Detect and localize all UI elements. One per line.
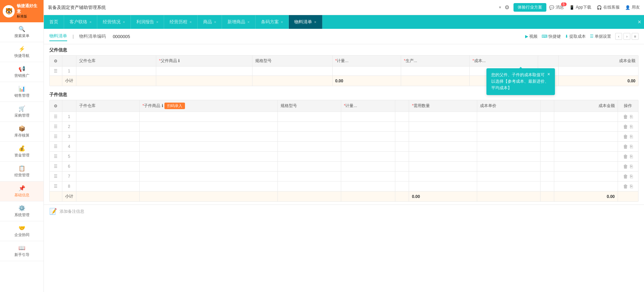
close-tab-goods[interactable]: × <box>214 20 216 24</box>
sidebar-item-basic-info[interactable]: 📌 基础信息 <box>0 182 44 201</box>
main-area: 装备及固定资产辅助管理系统 ▼ ⚙ 体验行业方案 💬 消息 6 📱 App下载 … <box>44 0 644 292</box>
copy-icon-row7[interactable]: ⎘ <box>630 174 633 179</box>
child-row2-warehouse[interactable] <box>76 122 139 132</box>
view-action[interactable]: ▶ 视频 <box>525 34 537 39</box>
child-col-qty: *需用数量 <box>409 100 477 112</box>
system-dropdown-arrow[interactable]: ▼ <box>498 5 502 9</box>
delete-icon-row3[interactable]: 🗑 <box>623 134 628 139</box>
child-row2-unit[interactable] <box>341 122 395 132</box>
gear-icon: ⚙️ <box>18 205 25 211</box>
sidebar-item-finance[interactable]: 💰 资金管理 <box>0 142 44 162</box>
sidebar-item-guide[interactable]: 📖 新手引导 <box>0 241 44 261</box>
tab-operations[interactable]: 经营情况 × <box>97 15 131 29</box>
prev-btn[interactable]: ‹ <box>615 33 622 40</box>
child-row1-warehouse[interactable] <box>76 112 139 122</box>
tab-new-goods[interactable]: 新增商品 × <box>222 15 255 29</box>
tab-history[interactable]: 经营历程 × <box>164 15 197 29</box>
parent-row1-product[interactable] <box>156 67 252 76</box>
online-service-btn[interactable]: 🎧 在线客服 <box>597 4 620 10</box>
copy-icon-row1[interactable]: ⎘ <box>630 114 633 119</box>
close-tab-profit[interactable]: × <box>156 20 158 24</box>
close-tab-operations[interactable]: × <box>123 20 125 24</box>
delete-icon-row7[interactable]: 🗑 <box>623 174 628 179</box>
delete-icon-row6[interactable]: 🗑 <box>623 164 628 169</box>
sidebar-item-inventory[interactable]: 📦 库存核算 <box>0 122 44 142</box>
sidebar-item-marketing[interactable]: 📢 营销推广 <box>0 62 44 82</box>
child-row-7: ☰ 7 🗑⎘ <box>50 172 638 182</box>
sidebar-item-operations[interactable]: 📋 经营管理 <box>0 162 44 182</box>
parent-row1-production[interactable] <box>401 67 469 76</box>
copy-icon-row2[interactable]: ⎘ <box>630 124 633 129</box>
child-row1-product[interactable] <box>139 112 277 122</box>
sub-header-actions: ▶ 视频 ⌨ 快捷键 ⬇ 提取成本 ☰ 单据设置 ‹ › <box>525 33 639 40</box>
sidebar-item-purchase[interactable]: 🛒 采购管理 <box>0 102 44 122</box>
child-row8-actions: 🗑⎘ <box>618 182 638 191</box>
child-row1-spec[interactable] <box>277 112 341 122</box>
delete-icon-row2[interactable]: 🗑 <box>623 124 628 129</box>
experience-btn[interactable]: 体验行业方案 <box>513 3 546 12</box>
delete-icon-row5[interactable]: 🗑 <box>623 154 628 159</box>
keyboard-icon: ⌨ <box>542 34 547 39</box>
child-row-3: ☰ 3 🗑⎘ <box>50 132 638 142</box>
child-col-settings[interactable]: ⚙ <box>50 100 62 112</box>
sidebar-item-sales[interactable]: 📊 销售管理 <box>0 82 44 102</box>
sub-tab-bom-list[interactable]: 物料清单 <box>49 32 67 41</box>
scan-btn[interactable]: 扫码录入 <box>164 103 185 109</box>
close-tab-customer[interactable]: × <box>89 20 91 24</box>
close-tab-bom[interactable]: × <box>314 20 316 24</box>
child-row2-actions: 🗑 ⎘ <box>618 122 638 132</box>
sidebar-item-search[interactable]: 🔍 搜索菜单 <box>0 22 44 42</box>
child-row2-qty[interactable] <box>409 122 477 132</box>
child-row2-unit-cost[interactable] <box>477 122 541 132</box>
tooltip-close-btn[interactable]: × <box>547 72 550 77</box>
child-col-num <box>62 100 76 112</box>
tab-bom[interactable]: 物料清单 × <box>289 15 322 29</box>
single-settings-action[interactable]: ☰ 单据设置 <box>590 34 611 39</box>
app-download-btn[interactable]: 📱 App下载 <box>569 4 591 10</box>
delete-icon-row4[interactable]: 🗑 <box>623 144 628 149</box>
copy-icon-row5[interactable]: ⎘ <box>630 154 633 159</box>
child-table: ⚙ 子件仓库 *子件商品 ℹ 扫码录入 规格型号 *计量... *需用数量 <box>50 100 638 201</box>
child-row1-num: 1 <box>62 112 76 122</box>
sidebar-item-enterprise[interactable]: 🤝 企业协同 <box>0 221 44 241</box>
nav-tabs: 首页 客户联络 × 经营情况 × 利润报告 × 经营历程 × 商品 × 新增商品… <box>44 15 644 29</box>
delete-icon-row8[interactable]: 🗑 <box>623 184 628 189</box>
menu-btn[interactable]: ≡ <box>632 33 639 40</box>
tab-home[interactable]: 首页 <box>44 15 64 29</box>
sidebar-item-quicknav[interactable]: ⚡ 快捷导航 <box>0 42 44 62</box>
user-menu[interactable]: 👤 用友 <box>625 4 640 10</box>
parent-row1-amount <box>559 67 638 76</box>
topbar-right: 💬 消息 6 📱 App下载 🎧 在线客服 👤 用友 <box>549 4 640 10</box>
next-btn[interactable]: › <box>623 33 630 40</box>
tab-customer[interactable]: 客户联络 × <box>64 15 97 29</box>
child-row2-spec[interactable] <box>277 122 341 132</box>
child-row4-actions: 🗑⎘ <box>618 142 638 152</box>
copy-icon-row4[interactable]: ⎘ <box>630 144 633 149</box>
copy-icon-row6[interactable]: ⎘ <box>630 164 633 169</box>
close-all-tabs[interactable]: × <box>635 19 644 26</box>
tab-barcode[interactable]: 条码方案 × <box>256 15 289 29</box>
delete-icon-row1[interactable]: 🗑 <box>623 114 628 119</box>
message-btn[interactable]: 💬 消息 6 <box>549 4 564 10</box>
close-tab-new-goods[interactable]: × <box>247 20 249 24</box>
parent-row1-warehouse[interactable] <box>76 67 156 76</box>
tab-profit[interactable]: 利润报告 × <box>131 15 164 29</box>
copy-icon-row8[interactable]: ⎘ <box>630 184 633 189</box>
tab-goods[interactable]: 商品 × <box>198 15 222 29</box>
extract-cost-action[interactable]: ⬇ 提取成本 <box>565 34 586 39</box>
video-icon: ▶ <box>525 34 528 39</box>
parent-col-settings[interactable]: ⚙ <box>50 56 62 67</box>
child-row1-unit-cost[interactable] <box>477 112 541 122</box>
sidebar-item-system[interactable]: ⚙️ 系统管理 <box>0 201 44 221</box>
child-row1-qty[interactable] <box>409 112 477 122</box>
shortcut-action[interactable]: ⌨ 快捷键 <box>542 34 561 39</box>
child-row1-unit[interactable] <box>341 112 395 122</box>
settings-icon[interactable]: ⚙ <box>505 4 509 11</box>
child-row2-product[interactable] <box>139 122 277 132</box>
parent-row1-spec[interactable] <box>252 67 332 76</box>
close-tab-barcode[interactable]: × <box>281 20 283 24</box>
close-tab-history[interactable]: × <box>189 20 191 24</box>
parent-row1-unit[interactable] <box>332 67 401 76</box>
note-icon[interactable]: 📝 <box>49 208 57 215</box>
copy-icon-row3[interactable]: ⎘ <box>630 134 633 139</box>
